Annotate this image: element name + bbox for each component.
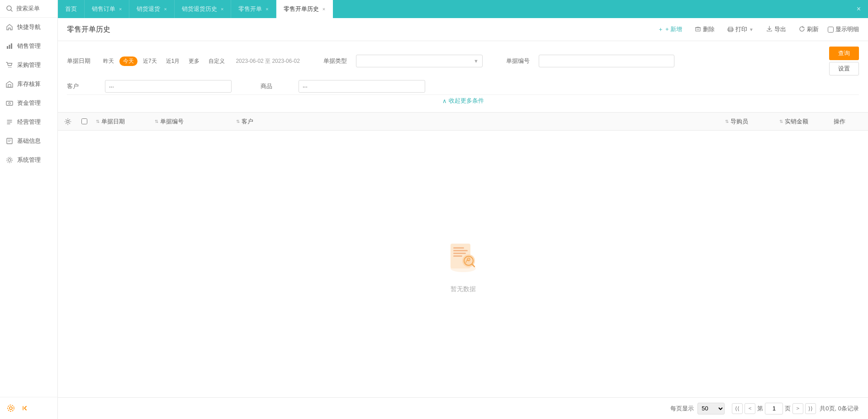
add-button[interactable]: ＋ + 新增: [654, 24, 686, 35]
date-btn-yesterday[interactable]: 昨天: [100, 56, 118, 66]
th-customer[interactable]: ⇅ 客户: [232, 118, 721, 126]
date-btn-7days[interactable]: 近7天: [139, 56, 161, 66]
close-all-tabs[interactable]: ×: [849, 0, 868, 18]
page-size-select[interactable]: 50 10 20 100: [697, 403, 725, 414]
svg-point-22: [67, 120, 69, 122]
th-customer-label: 客户: [242, 118, 253, 126]
th-number[interactable]: ⇅ 单据编号: [151, 118, 232, 126]
date-btn-custom[interactable]: 自定义: [205, 56, 228, 66]
next-page-btn[interactable]: ＞: [792, 403, 803, 414]
svg-rect-27: [453, 253, 466, 254]
tab-sales-return-history-label: 销货退货历史: [182, 5, 217, 13]
tab-sales-return-history-close[interactable]: ×: [221, 6, 223, 12]
warehouse-icon: [5, 80, 14, 88]
customer-filter-select[interactable]: ···: [105, 80, 232, 93]
customer-select-value: ···: [109, 83, 114, 90]
collapse-conditions[interactable]: ∧ 收起更多条件: [67, 94, 859, 107]
sidebar-item-inventory[interactable]: 库存核算: [0, 75, 57, 94]
th-guide[interactable]: ⇅ 导购员: [721, 118, 776, 126]
settings-footer-icon[interactable]: [5, 403, 16, 414]
svg-rect-7: [8, 85, 11, 87]
date-btn-today[interactable]: 今天: [119, 56, 138, 66]
empty-text: 暂无数据: [451, 285, 476, 293]
type-filter-label: 单据类型: [323, 57, 351, 65]
product-filter-select[interactable]: ···: [299, 80, 425, 93]
sidebar-item-sales-mgmt[interactable]: 销售管理: [0, 37, 57, 56]
page-header: 零售开单历史 ＋ + 新增: [58, 18, 868, 41]
select-all-checkbox[interactable]: [76, 118, 92, 124]
collapse-sidebar-icon[interactable]: [20, 403, 31, 414]
tab-home[interactable]: 首页: [58, 0, 85, 18]
sidebar-item-basic-info[interactable]: 基础信息: [0, 132, 57, 151]
show-detail-toggle[interactable]: 显示明细: [828, 25, 859, 33]
first-page-btn[interactable]: ⟨⟨: [732, 403, 743, 414]
svg-point-12: [7, 157, 12, 163]
export-button[interactable]: 导出: [763, 24, 790, 35]
tab-sales-return-label: 销货退货: [137, 5, 160, 13]
sidebar-item-label: 基础信息: [17, 137, 41, 145]
query-button[interactable]: 查询: [829, 47, 859, 60]
product-select-value: ···: [303, 83, 308, 90]
info-icon: [5, 137, 14, 145]
tab-retail-open-label: 零售开单: [238, 5, 262, 13]
type-select-arrow: ▼: [474, 58, 479, 64]
tab-retail-open-history[interactable]: 零售开单历史 ×: [276, 0, 333, 18]
sidebar-item-operations[interactable]: 经营管理: [0, 113, 57, 132]
sidebar-item-label: 快捷导航: [17, 23, 41, 31]
tab-retail-open[interactable]: 零售开单 ×: [231, 0, 276, 18]
filter-area: 单据日期 昨天 今天 近7天 近1月 更多 自定义 2023-06-02 至 2…: [58, 41, 868, 113]
th-amount-label: 实销金额: [785, 118, 808, 126]
delete-icon: [695, 26, 701, 33]
chart-icon: [5, 42, 14, 50]
select-all-input[interactable]: [81, 118, 87, 124]
ops-icon: [5, 118, 14, 126]
prev-page-btn[interactable]: ＜: [745, 403, 755, 414]
sidebar-search[interactable]: 搜索采单: [0, 0, 57, 18]
refresh-button[interactable]: 刷新: [795, 24, 822, 35]
number-filter-label: 单据编号: [506, 57, 533, 65]
last-page-btn[interactable]: ⟩⟩: [805, 403, 816, 414]
th-amount[interactable]: ⇅ 实销金额: [776, 118, 830, 126]
tab-retail-open-close[interactable]: ×: [266, 6, 268, 12]
export-icon: [766, 26, 773, 33]
show-detail-label: 显示明细: [835, 25, 859, 33]
svg-rect-8: [6, 101, 13, 105]
column-settings-btn[interactable]: [60, 118, 76, 125]
settings-button[interactable]: 设置: [829, 62, 859, 75]
empty-state: 暂无数据: [58, 131, 868, 397]
svg-point-13: [9, 407, 12, 410]
sidebar-item-system[interactable]: 系统管理: [0, 151, 57, 169]
sidebar-item-purchase-mgmt[interactable]: 采购管理: [0, 56, 57, 75]
customer-filter-label: 客户: [67, 82, 94, 90]
page-size-label: 每页显示: [670, 405, 694, 413]
th-action-label: 操作: [834, 118, 845, 126]
print-button[interactable]: 打印 ▼: [724, 24, 757, 35]
tab-home-label: 首页: [65, 5, 77, 13]
sort-number-icon: ⇅: [155, 119, 158, 124]
type-filter-select[interactable]: ▼: [356, 55, 483, 67]
date-btn-1month[interactable]: 近1月: [162, 56, 184, 66]
number-filter-input[interactable]: [539, 55, 674, 67]
date-btn-more[interactable]: 更多: [185, 56, 203, 66]
tab-sales-return[interactable]: 销货退货 ×: [129, 0, 174, 18]
tab-sales-return-history[interactable]: 销货退货历史 ×: [175, 0, 231, 18]
sort-customer-icon: ⇅: [236, 119, 240, 124]
sidebar-item-quick-nav[interactable]: 快捷导航: [0, 18, 57, 37]
sort-guide-icon: ⇅: [725, 119, 729, 124]
svg-rect-28: [453, 255, 462, 257]
delete-button[interactable]: 删除: [691, 24, 718, 35]
show-detail-checkbox[interactable]: [828, 27, 834, 33]
tab-sales-return-close[interactable]: ×: [164, 6, 166, 12]
search-icon: [5, 5, 14, 13]
tab-sales-order[interactable]: 销售订单 ×: [85, 0, 129, 18]
tab-retail-open-history-label: 零售开单历史: [284, 5, 319, 13]
tab-retail-open-history-close[interactable]: ×: [323, 6, 325, 12]
empty-illustration: [441, 235, 486, 280]
refresh-icon: [799, 26, 805, 33]
page-number-input[interactable]: [765, 403, 783, 414]
svg-line-1: [11, 10, 12, 11]
delete-label: 删除: [703, 25, 715, 33]
th-date[interactable]: ⇅ 单据日期: [92, 118, 151, 126]
sidebar-item-finance[interactable]: 资金管理: [0, 94, 57, 113]
tab-sales-order-close[interactable]: ×: [119, 6, 122, 12]
